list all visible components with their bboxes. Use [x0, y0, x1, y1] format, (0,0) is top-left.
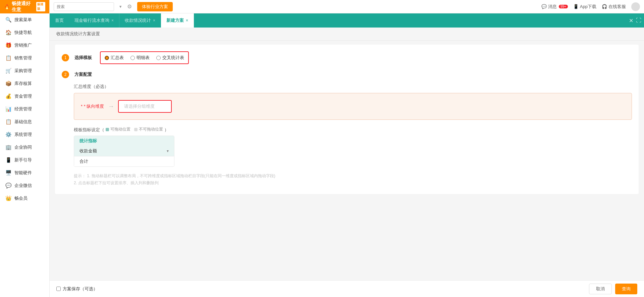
indicator-cell-0[interactable]: 收款金额 ▾: [74, 146, 174, 156]
gear-icon: ⚙️: [5, 132, 12, 138]
sidebar-item-newbie[interactable]: 📱 新手引导: [0, 154, 49, 166]
app-logo: 🔥 畅捷通好生意 标准版: [0, 0, 49, 13]
sidebar-item-label: 资金管理: [14, 93, 32, 99]
sidebar-item-label: 新手引导: [14, 157, 32, 163]
message-button[interactable]: 💬 消息 99+: [541, 4, 568, 10]
step2-badge: 2: [62, 71, 69, 78]
trial-button[interactable]: 体验行业方案: [137, 2, 173, 11]
step2-row: 2 方案配置: [62, 71, 632, 78]
monitor-icon: 🖥️: [5, 170, 12, 176]
sidebar-item-marketing[interactable]: 🎁 营销推广: [0, 39, 49, 52]
tab-home[interactable]: 首页: [50, 13, 69, 28]
hint-1: 提示： 1. 拖动标题栏可以调整布局，不可跨维度或指标区域拖动栏目字段(只能在同…: [74, 173, 632, 179]
tab-bank[interactable]: 现金银行流水查询 ×: [69, 13, 119, 28]
dimension-row: * * 纵向维度 → 请选择分组维度: [81, 100, 625, 113]
clipboard-icon: 📋: [5, 55, 12, 61]
support-label: 在线客服: [608, 4, 626, 10]
home-icon: 🏠: [5, 30, 12, 36]
close-window-icon[interactable]: ✕: [629, 17, 633, 24]
indicator-table: 统计指标 收款金额 ▾ 合计: [74, 136, 174, 167]
page-header: 收款情况统计方案设置: [50, 28, 644, 41]
app-name: 畅捷通好生意: [12, 1, 34, 13]
crown-icon: 👑: [5, 195, 12, 201]
search-input[interactable]: [54, 2, 114, 11]
main-area: ▾ ⚙ 体验行业方案 💬 消息 99+ 📱 App下载 🎧 在线客服 首页: [50, 0, 644, 297]
sidebar-item-label: 智能硬件: [14, 170, 32, 176]
sidebar-item-operations[interactable]: 📊 经营管理: [0, 103, 49, 115]
required-star: *: [81, 104, 84, 109]
sidebar-item-enterprise[interactable]: 🏢 企业协同: [0, 141, 49, 154]
option-cross[interactable]: 交叉统计表: [156, 55, 184, 61]
support-button[interactable]: 🎧 在线客服: [602, 4, 626, 10]
info-icon: 📋: [5, 119, 12, 125]
sidebar-item-purchase[interactable]: 🛒 采购管理: [0, 64, 49, 77]
sidebar-item-label: 营销推广: [14, 42, 32, 48]
indicator-settings-header: 模板指标设定（ 可拖动位置 不可拖动位置 ）: [74, 127, 632, 133]
hint-2: 2. 点击标题栏下拉可设置排序、插入列和删除列: [74, 180, 632, 186]
sidebar-item-finance[interactable]: 💰 资金管理: [0, 90, 49, 103]
sidebar-item-label: 系统管理: [14, 132, 32, 138]
sidebar-item-search[interactable]: 🔍 搜索菜单: [0, 13, 49, 26]
dimension-select[interactable]: 请选择分组维度: [118, 100, 172, 113]
cell-dropdown-icon[interactable]: ▾: [167, 149, 169, 153]
user-avatar[interactable]: [631, 2, 640, 11]
non-draggable-dot: [134, 128, 138, 131]
tab-close-icon[interactable]: ×: [111, 18, 114, 23]
option-detail-label: 明细表: [137, 55, 150, 61]
home-tab-label: 首页: [55, 17, 64, 23]
gift-icon: 🎁: [5, 42, 12, 48]
save-checkbox[interactable]: [56, 287, 61, 291]
indicator-settings: 模板指标设定（ 可拖动位置 不可拖动位置 ）: [74, 127, 632, 168]
dimension-panel: * * 纵向维度 → 请选择分组维度: [74, 93, 632, 120]
sidebar-item-hardware[interactable]: 🖥️ 智能硬件: [0, 166, 49, 179]
sidebar-item-label: 基础信息: [14, 119, 32, 125]
tab-close-icon[interactable]: ×: [186, 18, 188, 23]
option-detail[interactable]: 明细表: [130, 55, 150, 61]
sidebar-item-system[interactable]: ⚙️ 系统管理: [0, 128, 49, 141]
radio-detail[interactable]: [130, 56, 135, 60]
non-draggable-label: 不可拖动位置: [139, 127, 163, 132]
dimension-section-title: 汇总维度（必选）: [74, 84, 632, 90]
topbar: ▾ ⚙ 体验行业方案 💬 消息 99+ 📱 App下载 🎧 在线客服: [50, 0, 644, 13]
nav-tabs: 首页 现金银行流水查询 × 收款情况统计 × 新建方案 × ✕ ⛶: [50, 13, 644, 28]
page-title: 收款情况统计方案设置: [56, 31, 100, 36]
cell-label-0: 收款金额: [79, 148, 97, 154]
step1-row: 1 选择模板 汇总表 明细表 交叉统计表: [62, 51, 632, 64]
cart-icon: 🛒: [5, 68, 12, 74]
draggable-label: 可拖动位置: [110, 127, 130, 132]
row-dim-text: * 纵向维度: [84, 104, 104, 109]
tab-close-icon[interactable]: ×: [153, 18, 155, 23]
message-badge: 99+: [559, 5, 568, 8]
settings-gear-icon[interactable]: ⚙: [127, 3, 132, 10]
dropdown-arrow-icon[interactable]: ▾: [119, 4, 122, 9]
radio-summary[interactable]: [105, 56, 109, 60]
cancel-button[interactable]: 取消: [589, 284, 612, 294]
query-button[interactable]: 查询: [615, 284, 637, 294]
sidebar-item-sales[interactable]: 📋 销售管理: [0, 52, 49, 64]
sidebar-item-quicknav[interactable]: 🏠 快捷导航: [0, 26, 49, 39]
sidebar-item-inventory[interactable]: 📦 库存核算: [0, 77, 49, 90]
arrow-right-icon: →: [108, 103, 114, 110]
download-label: App下载: [580, 4, 596, 10]
non-draggable-badge: 不可拖动位置: [134, 127, 163, 132]
sidebar-item-wechat[interactable]: 💬 企业微信: [0, 179, 49, 192]
form-section: 1 选择模板 汇总表 明细表 交叉统计表: [55, 45, 639, 194]
app-logo-icon: 🔥: [4, 4, 10, 9]
maximize-icon[interactable]: ⛶: [636, 17, 641, 23]
sidebar-item-member[interactable]: 👑 畅会员: [0, 192, 49, 205]
message-label: 消息: [548, 4, 557, 10]
save-label: 方案保存（可选）: [63, 286, 98, 292]
radio-cross[interactable]: [156, 56, 161, 60]
download-button[interactable]: 📱 App下载: [573, 4, 596, 10]
sidebar: 🔥 畅捷通好生意 标准版 🔍 搜索菜单 🏠 快捷导航 🎁 营销推广 📋 销售管理…: [0, 0, 50, 297]
draggable-dot: [106, 128, 109, 131]
save-option: 方案保存（可选）: [56, 286, 98, 292]
option-summary[interactable]: 汇总表: [105, 55, 124, 61]
tab-new[interactable]: 新建方案 ×: [161, 13, 194, 28]
tab-new-label: 新建方案: [166, 17, 184, 23]
sidebar-item-base[interactable]: 📋 基础信息: [0, 115, 49, 128]
row-dimension-label: * * 纵向维度: [81, 103, 104, 109]
step1-label: 选择模板: [74, 55, 92, 61]
tab-receipt[interactable]: 收款情况统计 ×: [119, 13, 161, 28]
sidebar-item-label: 采购管理: [14, 68, 32, 74]
